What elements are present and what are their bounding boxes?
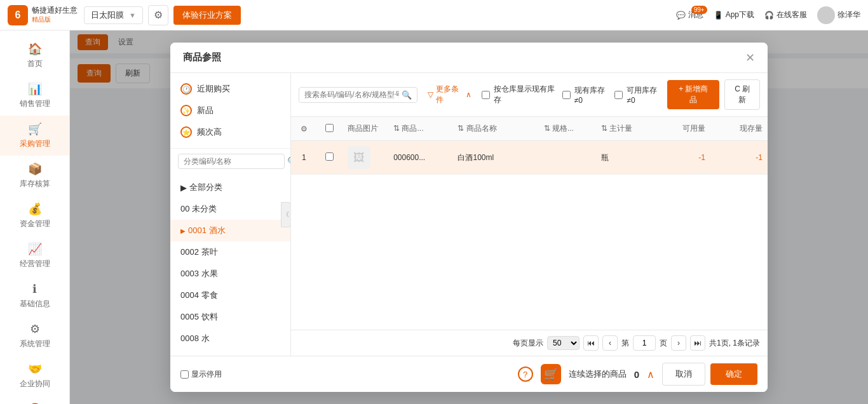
quick-section: 🕐 近期购买 ✨ 新品 ⭐ 频次高	[170, 73, 290, 149]
row-stock-cell: -1	[710, 141, 768, 175]
cat-item-0008[interactable]: 0008 水	[170, 328, 290, 349]
cat-item-0005[interactable]: 0005 饮料	[170, 306, 290, 328]
gear-button[interactable]: ⚙	[148, 5, 168, 25]
product-search-icon[interactable]: 🔍	[402, 90, 412, 100]
collapse-panel-button[interactable]: 《	[281, 202, 291, 227]
col-unit-header[interactable]: ⇅ 主计量	[596, 117, 653, 141]
user-avatar-item[interactable]: 徐泽华	[817, 6, 860, 24]
pagination-row: 每页显示 50 10 20 100 ⏮ ‹ 第 页	[291, 330, 768, 356]
add-product-button[interactable]: + 新增商品	[667, 80, 719, 109]
cart-collapse-button[interactable]: ∧	[647, 368, 654, 380]
logo-badge: 精品版	[32, 15, 78, 24]
product-reference-dialog: 商品参照 ✕ 🕐 近期购买 ✨	[170, 43, 768, 392]
total-label: 共1页, 1条记录	[709, 338, 760, 349]
right-panel: 🔍 ▽ 更多条件 ∧ 按仓库显示现有库存	[291, 73, 768, 356]
row-checkbox-cell	[317, 141, 343, 175]
cat-item-all[interactable]: ▶ 全部分类	[170, 177, 290, 198]
by-warehouse-checkbox[interactable]	[482, 91, 490, 99]
main-layout: 🏠 首页 📊 销售管理 🛒 采购管理 📦 库存核算 💰 资金管理 📈 经营管理 …	[0, 30, 868, 404]
display-disabled-label[interactable]: 显示停用	[180, 369, 222, 380]
product-search-box: 🔍	[299, 87, 417, 103]
nav-right: 💬 消息 99+ 📱 App下载 🎧 在线客服 徐泽华	[676, 6, 860, 24]
sidebar-item-enterprise[interactable]: 🤝 企业协同	[0, 356, 69, 396]
product-table-container: ⚙ 商品图片 ⇅	[291, 117, 768, 330]
col-code-header[interactable]: ⇅ 商品...	[388, 117, 452, 141]
row-num: 1	[291, 141, 317, 175]
app-download-item[interactable]: 📱 App下载	[714, 10, 754, 20]
row-checkbox[interactable]	[325, 152, 334, 161]
logo-icon: 6	[8, 5, 28, 25]
available-stock-checkbox-label[interactable]: 可用库存≠0	[614, 85, 662, 105]
finance-icon: 💰	[28, 202, 42, 216]
filter-button[interactable]: ▽ 更多条件 ∧	[423, 81, 477, 108]
nav-selector[interactable]: 日太阳膜 ▼	[84, 6, 143, 24]
table-row[interactable]: 1 🖼 000600...	[291, 141, 768, 175]
by-warehouse-checkbox-label[interactable]: 按仓库显示现有库存	[482, 84, 557, 105]
purchase-icon: 🛒	[28, 122, 42, 136]
left-panel: 🕐 近期购买 ✨ 新品 ⭐ 频次高	[170, 73, 291, 356]
row-unit-cell: 瓶	[596, 141, 653, 175]
current-stock-checkbox-label[interactable]: 现有库存≠0	[562, 85, 610, 105]
last-page-button[interactable]: ⏭	[690, 335, 705, 351]
filter-icon: ▽	[428, 90, 433, 99]
sales-icon: 📊	[28, 82, 42, 96]
cat-expand-icon: ▶	[180, 183, 187, 192]
message-nav-item[interactable]: 💬 消息 99+	[676, 10, 703, 20]
col-available-header[interactable]: 可用量	[653, 117, 710, 141]
sidebar-item-operations[interactable]: 📈 经营管理	[0, 236, 69, 276]
customer-service-item[interactable]: 🎧 在线客服	[764, 10, 807, 20]
select-all-checkbox[interactable]	[325, 124, 334, 132]
cat-item-0004[interactable]: 0004 零食	[170, 285, 290, 306]
col-settings-header[interactable]: ⚙	[291, 117, 317, 141]
quick-item-frequent[interactable]: ⭐ 频次高	[170, 121, 290, 143]
help-icon[interactable]: ?	[518, 367, 533, 382]
sidebar-item-system[interactable]: ⚙ 系统管理	[0, 316, 69, 356]
dialog-body: 🕐 近期购买 ✨ 新品 ⭐ 频次高	[170, 73, 768, 356]
product-table: ⚙ 商品图片 ⇅	[291, 117, 768, 175]
message-badge: 99+	[691, 6, 707, 14]
cat-item-00[interactable]: 00 未分类	[170, 198, 290, 220]
nav-selector-arrow: ▼	[129, 11, 136, 19]
available-stock-checkbox[interactable]	[614, 91, 623, 99]
confirm-button[interactable]: 确定	[710, 363, 757, 385]
col-name-header[interactable]: ⇅ 商品名称	[452, 117, 538, 141]
product-search-input[interactable]	[304, 90, 399, 99]
quick-item-recent[interactable]: 🕐 近期购买	[170, 78, 290, 100]
top-nav: 6 畅捷通好生意 精品版 日太阳膜 ▼ ⚙ 体验行业方案 💬 消息 99+ 📱 …	[0, 0, 868, 30]
recent-icon: 🕐	[180, 83, 192, 95]
trial-button[interactable]: 体验行业方案	[173, 6, 241, 25]
page-number-input[interactable]	[633, 335, 656, 351]
cat-item-0003[interactable]: 0003 水果	[170, 263, 290, 285]
first-page-button[interactable]: ⏮	[583, 335, 599, 351]
category-search-icon[interactable]: 🔍	[287, 156, 291, 166]
display-disabled-checkbox[interactable]	[180, 370, 189, 379]
prev-page-button[interactable]: ‹	[602, 335, 618, 351]
product-thumbnail: 🖼	[348, 146, 370, 169]
dialog-overlay: 商品参照 ✕ 🕐 近期购买 ✨	[70, 30, 868, 404]
cat-item-0002[interactable]: 0002 茶叶	[170, 241, 290, 263]
logo-text: 畅捷通好生意	[32, 6, 78, 16]
quick-item-new[interactable]: ✨ 新品	[170, 100, 290, 121]
next-page-button[interactable]: ›	[671, 335, 686, 351]
cat-item-0010[interactable]: 0010 家电	[170, 349, 290, 356]
sidebar-item-sales[interactable]: 📊 销售管理	[0, 76, 69, 116]
cat-item-0001[interactable]: ▶ 0001 酒水	[170, 220, 290, 241]
row-code-cell: 000600...	[388, 141, 452, 175]
sidebar-item-purchase[interactable]: 🛒 采购管理	[0, 116, 69, 156]
col-image-header: 商品图片	[342, 117, 388, 141]
cancel-button[interactable]: 取消	[662, 363, 705, 386]
per-page-select[interactable]: 50 10 20 100	[547, 336, 580, 350]
dialog-close-button[interactable]: ✕	[745, 52, 755, 64]
sidebar-item-basics[interactable]: ℹ 基础信息	[0, 276, 69, 316]
phone-icon: 📱	[714, 11, 723, 20]
current-stock-checkbox[interactable]	[562, 91, 571, 99]
refresh-button[interactable]: C 刷新	[724, 79, 760, 110]
sidebar-item-guide[interactable]: 🎯 新手引导	[0, 396, 69, 404]
sidebar-item-home[interactable]: 🏠 首页	[0, 36, 69, 76]
col-spec-header[interactable]: ⇅ 规格...	[539, 117, 596, 141]
sidebar-item-inventory[interactable]: 📦 库存核算	[0, 156, 69, 196]
sidebar-item-finance[interactable]: 💰 资金管理	[0, 196, 69, 236]
col-stock-header[interactable]: 现存量	[710, 117, 768, 141]
cart-icon[interactable]: 🛒	[541, 364, 561, 384]
category-search-input[interactable]	[178, 154, 285, 169]
